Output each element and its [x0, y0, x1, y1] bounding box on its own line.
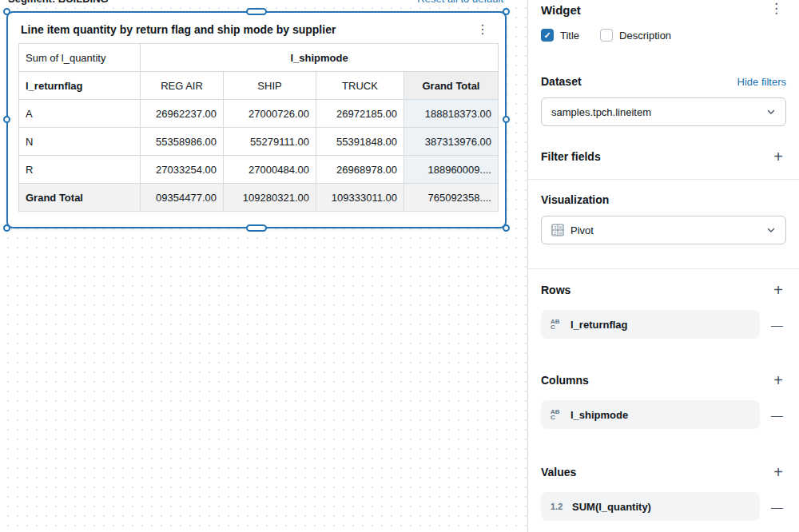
rows-label: Rows [541, 284, 570, 296]
svg-text:3: 3 [554, 225, 557, 230]
resize-handle-top-left[interactable] [3, 8, 10, 15]
widget-kebab-icon[interactable]: ⋮ [473, 23, 492, 36]
dataset-select[interactable]: samples.tpch.lineitem [541, 97, 786, 126]
widget-config-panel: Widget ⋮ ✓ Title Description Dataset Hid… [527, 0, 799, 532]
resize-handle-top-right[interactable] [503, 8, 510, 15]
string-type-icon: ABC [551, 409, 563, 420]
dashboard-editor: Segment: BUILDING Reset all to default L… [0, 0, 799, 532]
visualization-label: Visualization [541, 193, 609, 206]
cell-grand-total: 387313976.00 [404, 128, 499, 156]
cell-value: 26968978.00 [316, 156, 404, 184]
hide-filters-link[interactable]: Hide filters [737, 76, 786, 88]
add-value-field-icon[interactable]: + [770, 463, 786, 482]
cell-value: 26972185.00 [316, 100, 404, 128]
title-checkbox[interactable]: ✓ [541, 29, 554, 42]
pivot-col-header: REG AIR [141, 72, 224, 100]
dataset-label: Dataset [541, 75, 582, 88]
description-checkbox-label[interactable]: Description [619, 30, 671, 42]
rows-field-name: l_returnflag [570, 319, 628, 331]
svg-text:2: 2 [554, 231, 557, 236]
cell-value: 109280321.00 [224, 184, 316, 212]
grand-total-row: Grand Total 09354477.00 109280321.00 109… [19, 184, 499, 212]
remove-column-field-icon[interactable]: — [768, 407, 786, 423]
check-icon: ✓ [543, 30, 551, 41]
visualization-select[interactable]: 3 6 2 8 Pivot [541, 216, 786, 244]
panel-kebab-icon[interactable]: ⋮ [766, 0, 786, 17]
cell-value: 55358986.00 [141, 128, 224, 156]
title-checkbox-label[interactable]: Title [560, 30, 579, 42]
pivot-row-field-header: l_returnflag [19, 72, 141, 100]
pivot-viz-icon: 3 6 2 8 [551, 224, 564, 236]
segment-filter-chip[interactable]: Segment: BUILDING [8, 0, 109, 5]
row-label: R [19, 156, 141, 184]
values-label: Values [541, 466, 576, 478]
cell-value: 27000726.00 [224, 100, 316, 128]
columns-field-pill[interactable]: ABC l_shipmode [541, 400, 760, 429]
resize-handle-bottom-right[interactable] [503, 224, 510, 232]
chevron-down-icon [766, 107, 776, 117]
cell-grand-total: 765092358.... [404, 184, 499, 212]
resize-handle-left[interactable] [3, 116, 10, 123]
table-row: N 55358986.00 55279111.00 55391848.00 38… [19, 128, 499, 156]
cell-value: 27000484.00 [224, 156, 316, 184]
pivot-table: Sum of l_quantity l_shipmode l_returnfla… [18, 43, 499, 212]
pivot-header-row: l_returnflag REG AIR SHIP TRUCK Grand To… [19, 72, 499, 100]
add-row-field-icon[interactable]: + [770, 280, 786, 300]
columns-field-name: l_shipmode [570, 409, 628, 421]
svg-text:8: 8 [559, 231, 562, 236]
values-field-name: SUM(l_quantity) [572, 501, 651, 513]
pivot-grand-total-header: Grand Total [404, 72, 499, 100]
widget-title: Line item quantity by return flag and sh… [21, 23, 336, 36]
cell-value: 27033254.00 [141, 156, 224, 184]
cell-grand-total: 188960009.... [404, 156, 499, 184]
dashboard-canvas[interactable]: Segment: BUILDING Reset all to default L… [0, 0, 527, 532]
pivot-col-header: SHIP [224, 72, 316, 100]
description-checkbox[interactable] [600, 29, 613, 42]
string-type-icon: ABC [551, 319, 563, 330]
rows-field-pill[interactable]: ABC l_returnflag [541, 310, 760, 339]
add-column-field-icon[interactable]: + [770, 371, 786, 390]
svg-text:6: 6 [559, 225, 562, 230]
cell-value: 55279111.00 [224, 128, 316, 156]
table-row: R 27033254.00 27000484.00 26968978.00 18… [19, 156, 499, 184]
pivot-corner-cell: Sum of l_quantity [19, 44, 141, 72]
values-field-pill[interactable]: 1.2 SUM(l_quantity) [541, 492, 760, 521]
dataset-select-value: samples.tpch.lineitem [551, 106, 651, 118]
resize-handle-bottom-left[interactable] [3, 224, 10, 232]
pivot-header-group-row: Sum of l_quantity l_shipmode [19, 44, 499, 72]
cell-grand-total: 188818373.00 [404, 100, 499, 128]
cell-value: 55391848.00 [316, 128, 404, 156]
add-filter-field-icon[interactable]: + [770, 147, 786, 166]
cell-value: 09354477.00 [141, 184, 224, 212]
columns-label: Columns [541, 374, 589, 387]
panel-title: Widget [541, 3, 581, 17]
row-label: A [19, 100, 141, 128]
table-row: A 26962237.00 27000726.00 26972185.00 18… [19, 100, 499, 128]
filter-fields-label: Filter fields [541, 150, 601, 163]
resize-handle-right[interactable] [503, 116, 510, 123]
pivot-widget[interactable]: Line item quantity by return flag and sh… [6, 11, 507, 228]
visualization-select-value: Pivot [570, 224, 594, 236]
row-label: Grand Total [19, 184, 141, 212]
remove-row-field-icon[interactable]: — [768, 317, 786, 332]
pivot-col-header: TRUCK [316, 72, 404, 100]
resize-handle-bottom[interactable] [246, 224, 267, 232]
reset-all-link[interactable]: Reset all to default [417, 0, 503, 5]
cell-value: 109333011.00 [316, 184, 404, 212]
remove-value-field-icon[interactable]: — [768, 499, 786, 514]
cell-value: 26962237.00 [141, 100, 224, 128]
pivot-column-group-header: l_shipmode [141, 44, 499, 72]
chevron-down-icon [766, 225, 776, 235]
divider [528, 268, 799, 269]
resize-handle-top[interactable] [246, 8, 267, 15]
row-label: N [19, 128, 141, 156]
numeric-type-icon: 1.2 [551, 502, 565, 511]
divider [528, 179, 799, 180]
